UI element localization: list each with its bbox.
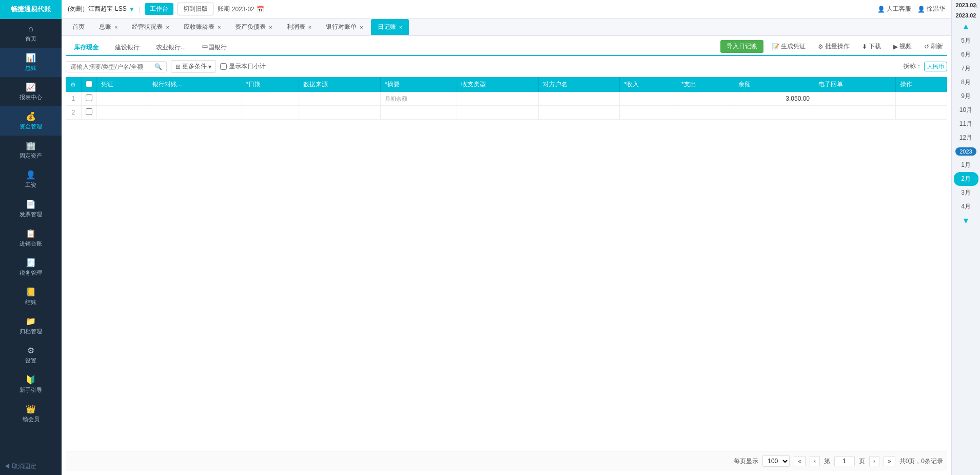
month-11[interactable]: 11月 (954, 117, 978, 131)
currency-badge[interactable]: 人民币 (924, 62, 947, 71)
next-page-button[interactable]: › (869, 456, 879, 466)
row-checkbox[interactable] (81, 106, 96, 120)
main-area: (勿删）江西超宝-LSS ▼ | 工作台 切到旧版 账期 2023-02 📅 👤… (62, 0, 951, 475)
month-2023-4[interactable]: 4月 (954, 200, 978, 214)
tab-receivable-aging-close[interactable]: × (218, 24, 221, 30)
topbar: (勿删）江西超宝-LSS ▼ | 工作台 切到旧版 账期 2023-02 📅 👤… (62, 0, 951, 18)
old-version-button[interactable]: 切到旧版 (178, 3, 213, 15)
month-5[interactable]: 5月 (954, 34, 978, 48)
calendar-up-arrow[interactable]: ▲ (961, 21, 972, 33)
cell-expense (677, 92, 734, 106)
customer-service[interactable]: 👤 人工客服 (877, 5, 911, 13)
month-2023-3[interactable]: 3月 (954, 186, 978, 200)
import-journal-button[interactable]: 导入日记账 (720, 40, 763, 53)
month-8[interactable]: 8月 (954, 75, 978, 89)
month-2023-2[interactable]: 2月 (954, 172, 978, 186)
tab-journal-close[interactable]: × (399, 24, 402, 30)
purchase-sales-icon: 📋 (26, 229, 36, 238)
cell-operation[interactable] (895, 106, 947, 120)
row-checkbox[interactable] (81, 92, 96, 106)
first-page-button[interactable]: « (794, 456, 806, 466)
refresh-button[interactable]: ↺ 刷新 (920, 41, 947, 52)
tab-receivable-aging-label: 应收账龄表 (184, 23, 214, 31)
sidebar-item-settings[interactable]: ⚙ 设置 (0, 340, 62, 370)
sidebar-item-purchase-sales[interactable]: 📋 进销台账 (0, 223, 62, 253)
sub-tab-cash[interactable]: 库存现金 (66, 40, 107, 56)
sidebar-item-reports[interactable]: 📈 报表中心 (0, 77, 62, 106)
year-2023-tag[interactable]: 2023 (955, 147, 976, 156)
sidebar-item-funds[interactable]: 💰 资金管理 (0, 106, 62, 136)
month-6[interactable]: 6月 (954, 48, 978, 62)
cell-operation[interactable] (895, 92, 947, 106)
show-daily-sum-input[interactable] (220, 63, 227, 70)
tab-profit[interactable]: 利润表 × (280, 19, 318, 35)
period-label: 账期 (218, 5, 230, 13)
batch-operation-button[interactable]: ⚙ 批量操作 (814, 41, 854, 52)
page-input[interactable] (834, 456, 855, 466)
sidebar-item-invoice[interactable]: 📄 发票管理 (0, 194, 62, 223)
month-10[interactable]: 10月 (954, 103, 978, 117)
sidebar-item-close-books[interactable]: 📒 结账 (0, 282, 62, 311)
tab-bank-statement[interactable]: 银行对账单 × (319, 19, 369, 35)
sidebar-item-ledger[interactable]: 📊 总账 (0, 48, 62, 77)
sidebar-item-home[interactable]: ⌂ 首页 (0, 19, 62, 48)
show-daily-sum-checkbox[interactable]: 显示本日小计 (220, 62, 266, 71)
sidebar-item-guide[interactable]: 🔰 新手引导 (0, 370, 62, 399)
cell-income (620, 106, 677, 120)
calendar-icon[interactable]: 📅 (257, 6, 264, 13)
sidebar-item-assets[interactable]: 🏢 固定资产 (0, 136, 62, 165)
guide-icon: 🔰 (26, 375, 36, 385)
cell-type (457, 106, 538, 120)
tab-balance-sheet-close[interactable]: × (269, 24, 272, 30)
sidebar-item-label: 报表中心 (19, 93, 42, 101)
sub-tab-agricultural-bank[interactable]: 农业银行... (148, 40, 194, 56)
col-checkbox[interactable] (81, 77, 96, 92)
calendar-down-arrow[interactable]: ▼ (961, 215, 972, 227)
tab-business-status-close[interactable]: × (166, 24, 169, 30)
tab-journal[interactable]: 日记账 × (371, 19, 409, 35)
select-all-checkbox[interactable] (86, 81, 92, 87)
sub-tab-construction-bank[interactable]: 建设银行 (107, 40, 148, 56)
sidebar-pin-toggle[interactable]: ◀ 取消固定 (0, 458, 62, 475)
tab-profit-close[interactable]: × (308, 24, 311, 30)
tab-profit-label: 利润表 (287, 23, 305, 31)
sidebar-item-label: 固定资产 (19, 152, 42, 160)
search-icon[interactable]: 🔍 (154, 63, 162, 70)
generate-voucher-button[interactable]: 📝 生成凭证 (768, 41, 810, 52)
col-account-name: 对方户名 (538, 77, 620, 92)
right-panel-close-button[interactable]: × (974, 2, 978, 10)
tab-balance-sheet[interactable]: 资产负债表 × (228, 19, 279, 35)
col-e-receipt: 电子回单 (814, 77, 896, 92)
cell-summary (381, 106, 457, 120)
col-settings[interactable]: ⚙ (66, 77, 81, 92)
month-12[interactable]: 12月 (954, 131, 978, 145)
video-button[interactable]: ▶ 视频 (889, 41, 916, 52)
sidebar-item-archive[interactable]: 📁 归档管理 (0, 311, 62, 340)
sidebar-item-member[interactable]: 👑 畅会员 (0, 399, 62, 428)
sidebar: 畅捷通易代账 ⌂ 首页 📊 总账 📈 报表中心 💰 资金管理 🏢 固定资产 👤 … (0, 0, 62, 475)
sub-tab-china-bank[interactable]: 中国银行 (194, 40, 235, 56)
last-page-button[interactable]: » (884, 456, 895, 466)
more-filter-button[interactable]: ⊞ 更多条件 ▾ (171, 60, 216, 73)
tab-business-status[interactable]: 经营状况表 × (125, 19, 175, 35)
per-page-select[interactable]: 100 (762, 455, 790, 467)
month-2023-1[interactable]: 1月 (954, 158, 978, 172)
workspace-button[interactable]: 工作台 (145, 3, 173, 15)
sidebar-item-tax[interactable]: 🧾 税务管理 (0, 253, 62, 282)
prev-page-button[interactable]: ‹ (810, 456, 820, 466)
tab-home[interactable]: 首页 (66, 19, 91, 35)
currency-info: 拆称： 人民币 (904, 62, 947, 71)
tab-bank-statement-close[interactable]: × (360, 24, 363, 30)
tab-receivable-aging[interactable]: 应收账龄表 × (177, 19, 227, 35)
tab-ledger-close[interactable]: × (114, 24, 117, 30)
tab-ledger[interactable]: 总账 × (92, 19, 124, 35)
user-profile[interactable]: 👤 徐温华 (917, 5, 945, 13)
company-selector[interactable]: (勿删）江西超宝-LSS ▼ (68, 5, 135, 13)
sidebar-item-salary[interactable]: 👤 工资 (0, 165, 62, 194)
download-button[interactable]: ⬇ 下载 (858, 41, 885, 52)
tab-journal-label: 日记账 (378, 23, 396, 31)
month-9[interactable]: 9月 (954, 89, 978, 103)
sidebar-item-label: 发票管理 (19, 211, 42, 218)
search-input[interactable] (70, 63, 152, 70)
month-7[interactable]: 7月 (954, 62, 978, 75)
